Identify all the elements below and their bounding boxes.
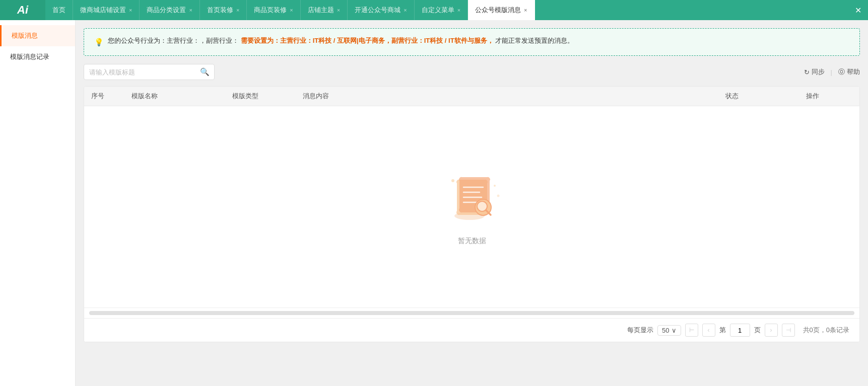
tab-item-7[interactable]: 自定义菜单×	[415, 0, 468, 20]
main-layout: 模版消息模版消息记录 💡 您的公众号行业为：主营行业：，副营行业： 需要设置为：…	[0, 20, 868, 386]
page-size-select[interactable]: 50 ∨	[657, 325, 681, 336]
search-input-wrap: 🔍	[84, 64, 215, 80]
first-page-button[interactable]: ⊢	[685, 324, 698, 337]
app-logo: Ai	[0, 0, 45, 20]
sidebar: 模版消息模版消息记录	[0, 20, 76, 386]
tab-item-3[interactable]: 首页装修×	[200, 0, 247, 20]
tab-close-icon[interactable]: ×	[337, 7, 340, 13]
info-banner: 💡 您的公众号行业为：主营行业：，副营行业： 需要设置为：主营行业：IT科技 /…	[84, 28, 860, 56]
bulb-icon: 💡	[94, 36, 104, 48]
help-icon: ⓪	[838, 67, 845, 76]
page-number-input[interactable]	[730, 324, 750, 337]
last-page-button[interactable]: ⊣	[782, 324, 795, 337]
sidebar-item-1[interactable]: 模版消息记录	[0, 46, 75, 67]
page-word: 第	[719, 326, 726, 335]
tab-label: 首页装修	[207, 6, 233, 15]
divider: |	[831, 68, 832, 76]
table-body: 暂无数据	[84, 106, 859, 307]
prev-page-button[interactable]: ‹	[702, 324, 715, 337]
sync-label: 同步	[812, 67, 825, 76]
page-size-value: 50	[662, 327, 669, 334]
page-size-arrow: ∨	[672, 327, 677, 334]
page-unit: 页	[754, 326, 761, 335]
tab-label: 微商城店铺设置	[80, 6, 126, 15]
tab-close-icon[interactable]: ×	[129, 7, 132, 13]
page-size-label: 每页显示	[627, 326, 653, 335]
scrollbar-track[interactable]	[89, 311, 854, 315]
tab-label: 商品分类设置	[147, 6, 186, 15]
tab-label: 开通公众号商城	[355, 6, 400, 15]
next-page-button[interactable]: ›	[765, 324, 778, 337]
tab-close-icon[interactable]: ×	[290, 7, 293, 13]
tab-close-icon[interactable]: ×	[524, 7, 527, 13]
table-header-name: 模版名称	[124, 87, 225, 106]
sync-icon: ↻	[804, 68, 810, 76]
tab-close-icon[interactable]: ×	[189, 7, 192, 13]
info-banner-text: 您的公众号行业为：主营行业：，副营行业： 需要设置为：主营行业：IT科技 / 互…	[108, 36, 574, 46]
sync-button[interactable]: ↻ 同步	[804, 67, 825, 76]
tab-item-5[interactable]: 店铺主题×	[301, 0, 348, 20]
svg-point-11	[497, 195, 499, 197]
search-icon[interactable]: 🔍	[200, 67, 210, 76]
svg-point-9	[451, 179, 454, 182]
tab-label: 商品页装修	[254, 6, 287, 15]
table-header-action: 操作	[799, 87, 859, 106]
tab-item-4[interactable]: 商品页装修×	[247, 0, 300, 20]
search-bar: 🔍 ↻ 同步 | ⓪ 帮助	[84, 64, 860, 80]
svg-point-10	[494, 185, 496, 187]
help-label: 帮助	[847, 67, 860, 76]
pagination: 每页显示 50 ∨ ⊢ ‹ 第 页 › ⊣ 共0页，0条记录	[84, 318, 859, 342]
table-header-status: 状态	[718, 87, 799, 106]
tab-label: 公众号模版消息	[475, 6, 521, 15]
table-header-content: 消息内容	[296, 87, 718, 106]
search-input[interactable]	[84, 64, 215, 80]
top-navigation: Ai 首页微商城店铺设置×商品分类设置×首页装修×商品页装修×店铺主题×开通公众…	[0, 0, 868, 20]
table-header: 序号模版名称模版类型消息内容状态操作	[84, 87, 859, 106]
sidebar-item-0[interactable]: 模版消息	[0, 25, 75, 46]
tab-item-8[interactable]: 公众号模版消息×	[468, 0, 535, 20]
total-info: 共0页，0条记录	[803, 326, 849, 335]
tab-label: 店铺主题	[308, 6, 334, 15]
table-header-index: 序号	[84, 87, 124, 106]
tab-close-icon[interactable]: ×	[404, 7, 407, 13]
toolbar-right: ↻ 同步 | ⓪ 帮助	[804, 67, 860, 76]
empty-illustration	[442, 168, 502, 228]
help-button[interactable]: ⓪ 帮助	[838, 67, 860, 76]
tab-list: 首页微商城店铺设置×商品分类设置×首页装修×商品页装修×店铺主题×开通公众号商城…	[45, 0, 848, 20]
data-table: 序号模版名称模版类型消息内容状态操作	[84, 86, 860, 342]
tab-item-6[interactable]: 开通公众号商城×	[348, 0, 414, 20]
scrollbar-area	[84, 307, 859, 318]
tab-item-2[interactable]: 商品分类设置×	[140, 0, 199, 20]
tab-close-icon[interactable]: ×	[457, 7, 460, 13]
tab-label: 首页	[52, 6, 65, 15]
tab-item-1[interactable]: 微商城店铺设置×	[73, 0, 140, 20]
content-area: 💡 您的公众号行业为：主营行业：，副营行业： 需要设置为：主营行业：IT科技 /…	[76, 20, 868, 386]
global-close-button[interactable]: ✕	[848, 0, 868, 20]
tab-item-0[interactable]: 首页	[45, 0, 73, 20]
tab-close-icon[interactable]: ×	[236, 7, 239, 13]
tab-label: 自定义菜单	[422, 6, 454, 15]
empty-text: 暂无数据	[458, 237, 486, 246]
table-header-type: 模版类型	[225, 87, 296, 106]
info-banner-highlight: 需要设置为：主营行业：IT科技 / 互联网|电子商务，副营行业：IT科技 / I…	[241, 37, 494, 44]
